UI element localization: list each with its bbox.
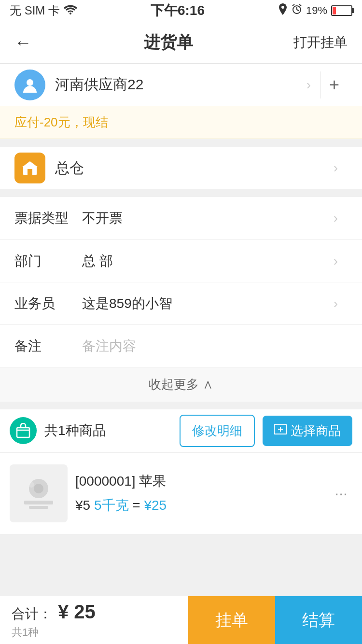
main-content: 河南供应商22 › + 应付-20元，现结 总仓 › 票据类型 不开票 › xyxy=(0,64,362,592)
product-more-button[interactable]: ··· xyxy=(330,480,352,507)
supplier-avatar xyxy=(14,70,45,100)
carrier-text: 无 SIM 卡 xyxy=(10,3,60,18)
status-time: 下午6:16 xyxy=(151,1,205,20)
svg-rect-15 xyxy=(29,506,48,509)
wifi-icon xyxy=(64,4,77,17)
hang-button[interactable]: 挂单 xyxy=(188,596,275,644)
invoice-label: 票据类型 xyxy=(14,209,82,227)
quantity: 5千克 xyxy=(94,498,129,513)
add-supplier-button[interactable]: + xyxy=(320,71,348,98)
back-button[interactable]: ← xyxy=(14,32,43,53)
invoice-row[interactable]: 票据类型 不开票 › xyxy=(0,197,362,239)
products-count: 共1种商品 xyxy=(44,421,172,440)
status-right: 19% xyxy=(278,3,352,18)
dept-chevron-icon: › xyxy=(334,253,338,269)
svg-rect-14 xyxy=(24,501,53,504)
product-name: [0000001] 苹果 xyxy=(75,472,322,490)
chevron-right-icon: › xyxy=(306,77,311,93)
alarm-icon xyxy=(292,3,302,18)
bottom-total: 合计： ¥ 25 共1种 xyxy=(0,596,188,644)
product-thumbnail xyxy=(10,464,68,522)
remark-label: 备注 xyxy=(14,337,82,355)
warehouse-card: 总仓 › xyxy=(0,147,362,189)
products-header: 共1种商品 修改明细 选择商品 xyxy=(0,409,362,452)
location-icon xyxy=(278,3,288,18)
warehouse-name: 总仓 xyxy=(55,158,334,178)
total-count: 共1种 xyxy=(12,625,177,640)
total-amount: ¥ 25 xyxy=(58,601,96,623)
total-label: 合计： xyxy=(12,605,52,623)
agent-row[interactable]: 业务员 这是859的小智 › xyxy=(0,282,362,324)
product-thumb-icon xyxy=(19,474,58,513)
dept-row[interactable]: 部门 总 部 › xyxy=(0,239,362,282)
svg-rect-7 xyxy=(28,169,32,175)
supplier-alert: 应付-20元，现结 xyxy=(0,106,362,139)
svg-point-13 xyxy=(34,484,43,493)
invoice-chevron-icon: › xyxy=(334,210,338,226)
warehouse-icon xyxy=(14,153,45,183)
warehouse-row[interactable]: 总仓 › xyxy=(0,147,362,189)
dept-value: 总 部 xyxy=(82,252,334,270)
svg-point-4 xyxy=(27,79,33,86)
select-product-button[interactable]: 选择商品 xyxy=(263,416,352,446)
dept-label: 部门 xyxy=(14,252,82,270)
agent-chevron-icon: › xyxy=(334,296,338,311)
warehouse-building-icon xyxy=(21,159,39,177)
warehouse-chevron-icon: › xyxy=(334,160,338,176)
svg-point-0 xyxy=(70,13,71,14)
status-bar: 无 SIM 卡 下午6:16 19% xyxy=(0,0,362,21)
line-total: ¥25 xyxy=(144,498,167,513)
box-icon xyxy=(15,423,31,438)
person-icon xyxy=(21,76,39,94)
unit-price: ¥5 xyxy=(75,498,90,513)
svg-marker-6 xyxy=(22,161,38,167)
bottom-spacer xyxy=(0,534,362,592)
cart-icon xyxy=(274,424,287,437)
battery-icon xyxy=(331,5,352,16)
total-row: 合计： ¥ 25 xyxy=(12,601,177,623)
product-code: [0000001] xyxy=(75,474,136,489)
supplier-name: 河南供应商22 xyxy=(55,75,306,95)
collapse-bar[interactable]: 收起更多 ∧ xyxy=(0,367,362,402)
remark-row[interactable]: 备注 备注内容 xyxy=(0,324,362,367)
invoice-value: 不开票 xyxy=(82,209,334,227)
form-card: 票据类型 不开票 › 部门 总 部 › 业务员 这是859的小智 › 备注 备注… xyxy=(0,197,362,402)
remark-input[interactable]: 备注内容 xyxy=(82,337,348,355)
agent-label: 业务员 xyxy=(14,294,82,313)
page-title: 进货单 xyxy=(144,31,193,54)
bottom-bar: 合计： ¥ 25 共1种 挂单 结算 xyxy=(0,596,362,644)
svg-rect-8 xyxy=(17,428,29,437)
product-title: 苹果 xyxy=(139,474,166,489)
svg-line-3 xyxy=(297,10,299,11)
checkout-button[interactable]: 结算 xyxy=(275,596,362,644)
nav-bar: ← 进货单 打开挂单 xyxy=(0,21,362,64)
equals-sign: = xyxy=(132,498,144,513)
products-icon xyxy=(10,417,37,444)
battery-percent: 19% xyxy=(306,4,327,17)
product-price: ¥5 5千克 = ¥25 xyxy=(75,496,322,515)
agent-value: 这是859的小智 xyxy=(82,294,334,313)
product-item: [0000001] 苹果 ¥5 5千克 = ¥25 ··· xyxy=(0,453,362,534)
open-hang-button[interactable]: 打开挂单 xyxy=(293,33,348,52)
edit-detail-button[interactable]: 修改明细 xyxy=(180,415,255,447)
product-info: [0000001] 苹果 ¥5 5千克 = ¥25 xyxy=(75,472,322,515)
select-product-label: 选择商品 xyxy=(291,422,341,439)
supplier-row[interactable]: 河南供应商22 › + xyxy=(0,64,362,106)
supplier-card: 河南供应商22 › + 应付-20元，现结 xyxy=(0,64,362,139)
status-left: 无 SIM 卡 xyxy=(10,3,77,18)
svg-point-16 xyxy=(28,482,34,488)
